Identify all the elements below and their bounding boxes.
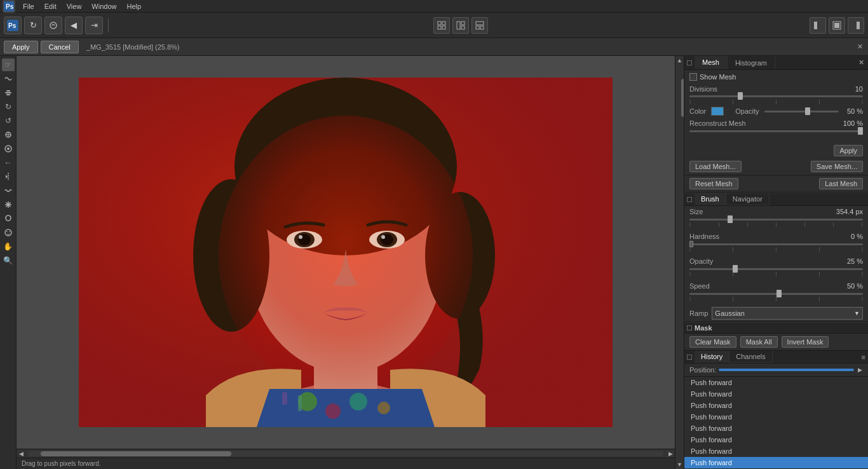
history-item-6[interactable]: Push forward [684,434,868,445]
toolbar-separator-1 [108,18,109,32]
divisions-slider-container: | | | | | [689,95,863,102]
svg-text:Ps: Ps [6,3,14,10]
toolbar-grid-btn-2[interactable] [452,17,469,34]
reconstruct-thumb[interactable] [858,127,863,135]
scroll-left-arrow[interactable]: ◀ [17,449,25,458]
tab-channels[interactable]: Channels [729,351,772,363]
speed-slider[interactable]: ||||| [689,293,863,302]
history-item-7[interactable]: Push forward [684,445,868,457]
svg-rect-8 [442,26,445,29]
last-mesh-btn[interactable]: Last Mesh [819,178,863,189]
mask-all-btn[interactable]: Mask All [740,336,778,348]
ramp-dropdown[interactable]: Gaussian ▼ [712,307,863,320]
tool-twirl-cw[interactable]: ↻ [2,100,15,113]
apply-button[interactable]: Apply [4,41,38,53]
tool-twirl-ccw[interactable]: ↺ [2,114,15,127]
mask-label: Mask [695,324,712,332]
show-mesh-checkbox[interactable] [689,73,697,81]
history-item-1[interactable]: Push forward [684,377,868,388]
history-options-btn[interactable]: ≡ [859,352,868,362]
status-text: Drag to push pixels forward. [22,460,101,467]
toolbar-view-btn-1[interactable] [810,17,826,34]
panel-close-btn[interactable]: ✕ [855,56,868,69]
color-swatch[interactable] [711,107,724,116]
toolbar-view-btn-3[interactable] [848,17,864,34]
tool-freeze-mask[interactable] [2,198,15,211]
tool-pucker[interactable] [2,128,15,141]
scrollbar-track-h [28,451,663,456]
tab-history[interactable]: History [695,351,729,363]
tab-brush[interactable]: Brush [695,193,726,205]
position-end-btn[interactable]: ▶ [857,365,863,374]
hardness-slider[interactable]: ||||| [689,243,863,252]
toolbar-share-btn[interactable]: ⇥ [85,17,103,34]
menu-help[interactable]: Help [121,1,146,11]
size-thumb[interactable] [728,215,733,223]
svg-rect-5 [438,22,441,25]
opacity-slider[interactable] [764,107,839,115]
load-mesh-btn[interactable]: Load Mesh... [689,161,742,172]
close-panel-btn[interactable]: ✕ [855,43,864,51]
brush-opacity-header: Opacity 25 % [689,257,863,265]
tool-reconstruct[interactable] [2,72,15,85]
tool-thaw-mask[interactable] [2,212,15,225]
canvas-scrollbar-vertical[interactable]: ▲ ▼ [675,56,684,469]
scroll-down-arrow[interactable]: ▼ [675,460,684,469]
menu-window[interactable]: Window [86,1,121,11]
hardness-thumb[interactable] [689,241,693,247]
reconstruct-value: 100 % [843,119,863,127]
history-item-4[interactable]: Push forward [684,411,868,423]
brush-opacity-slider[interactable]: ||||| [689,268,863,277]
divisions-thumb[interactable] [738,92,743,100]
toolbar-view-btn-2[interactable] [829,17,845,34]
tool-face[interactable] [2,226,15,239]
tab-navigator[interactable]: Navigator [726,193,770,205]
tool-mirror[interactable] [2,170,15,183]
tab-histogram[interactable]: Histogram [728,57,775,69]
menu-edit[interactable]: Edit [39,1,62,11]
position-track[interactable] [719,369,854,371]
tool-zoom[interactable]: 🔍 [2,254,15,267]
toolbar-grid-btn-1[interactable] [433,17,450,34]
opacity-thumb[interactable] [805,107,810,115]
tab-mesh[interactable]: Mesh [695,56,728,69]
history-item-8[interactable]: Push forward [684,457,868,468]
canvas-container[interactable] [17,56,675,449]
toolbar-refresh-btn[interactable]: ↻ [24,17,42,34]
menu-view[interactable]: View [62,1,87,11]
menu-file[interactable]: File [18,1,39,11]
speed-thumb[interactable] [776,290,782,297]
svg-rect-21 [6,94,10,95]
apply-right-button[interactable]: Apply [834,145,863,156]
history-item-3[interactable]: Push forward [684,400,868,411]
toolbar-liquify-btn[interactable] [44,17,62,34]
brush-opacity-section: Opacity 25 % ||||| [684,255,868,280]
cancel-button[interactable]: Cancel [41,41,79,53]
svg-point-46 [299,235,302,239]
toolbar-back-btn[interactable]: ◀ [65,17,83,34]
tool-finger[interactable]: ☞ [2,58,15,71]
tool-hand[interactable]: ✋ [2,240,15,253]
canvas-scrollbar-horizontal[interactable]: ◀ ▶ [17,449,675,458]
svg-rect-55 [282,392,287,405]
svg-text:Ps: Ps [8,22,17,29]
size-slider[interactable]: ||||||| [689,219,863,228]
reset-mesh-btn[interactable]: Reset Mesh [689,178,738,189]
history-item-5[interactable]: Push forward [684,423,868,434]
history-section-icon [687,355,692,360]
clear-mask-btn[interactable]: Clear Mask [689,336,736,348]
brush-opacity-thumb[interactable] [733,265,738,273]
right-panel: Mesh Histogram ✕ Show Mesh Divisions 10 [684,56,868,469]
scroll-right-arrow[interactable]: ▶ [666,449,675,458]
invert-mask-btn[interactable]: Invert Mask [782,336,829,348]
scroll-up-arrow[interactable]: ▲ [675,56,684,65]
scrollbar-thumb-h[interactable] [41,451,231,456]
tool-bloat[interactable] [2,142,15,155]
tool-smooth[interactable] [2,86,15,99]
save-mesh-btn[interactable]: Save Mesh... [811,161,863,172]
tool-push-left[interactable]: ← [2,156,15,169]
toolbar-grid-btn-3[interactable] [471,17,488,34]
scrollbar-thumb-v[interactable] [681,79,684,117]
history-item-2[interactable]: Push forward [684,388,868,400]
tool-turbulence[interactable] [2,184,15,197]
